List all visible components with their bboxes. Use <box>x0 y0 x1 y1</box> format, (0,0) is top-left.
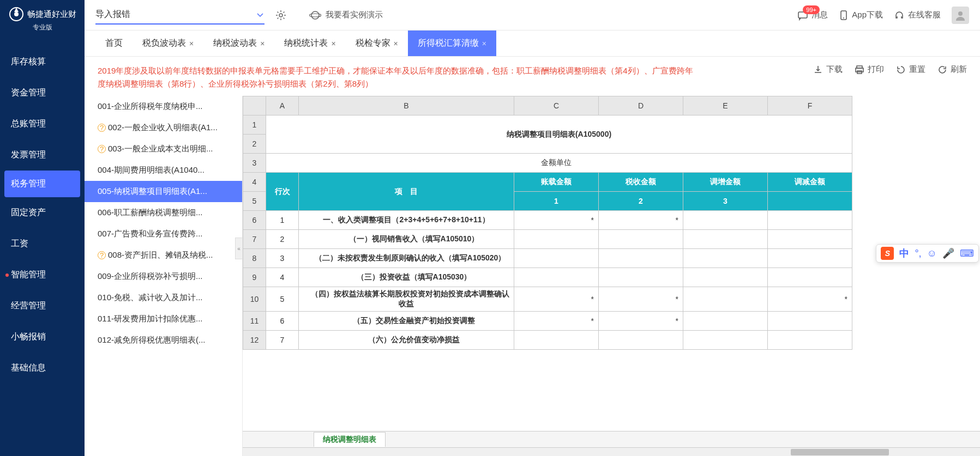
cell[interactable] <box>514 331 599 350</box>
cell[interactable] <box>768 268 852 287</box>
cell[interactable] <box>768 211 852 230</box>
cell[interactable] <box>768 230 852 249</box>
row-header[interactable]: 3 <box>243 154 266 173</box>
tab[interactable]: 纳税统计表× <box>274 31 345 56</box>
tab[interactable]: 税检专家× <box>346 31 408 56</box>
col-header[interactable]: E <box>683 96 768 115</box>
ime-keyboard-icon[interactable]: ⌨ <box>960 247 974 259</box>
tree-item[interactable]: 010-免税、减计收入及加计... <box>85 287 242 308</box>
app-download-button[interactable]: App下载 <box>839 10 883 21</box>
row-header[interactable]: 10 <box>243 287 266 312</box>
row-header[interactable]: 1 <box>243 115 266 135</box>
nav-item[interactable]: 工资 <box>0 228 85 259</box>
ime-punct-icon[interactable]: °, <box>915 248 921 259</box>
gear-icon[interactable] <box>275 10 286 21</box>
tab[interactable]: 首页 <box>95 31 133 56</box>
tree-item[interactable]: ?008-资产折旧、摊销及纳税... <box>85 245 242 266</box>
cell[interactable]: （二）未按权责发生制原则确认的收入（填写A105020） <box>299 249 514 268</box>
demo-link[interactable]: 我要看实例演示 <box>309 9 383 21</box>
tab[interactable]: 税负波动表× <box>133 31 203 56</box>
ime-toolbar[interactable]: S 中 °, ☺ 🎤 ⌨ <box>876 244 979 263</box>
cell[interactable]: * <box>599 287 683 312</box>
cell[interactable] <box>683 312 768 331</box>
messages-button[interactable]: 99+ 消息 <box>797 10 828 21</box>
tree-item[interactable]: 007-广告费和业务宣传费跨... <box>85 223 242 245</box>
row-header[interactable]: 7 <box>243 230 266 249</box>
cell[interactable] <box>514 249 599 268</box>
nav-item[interactable]: 小畅报销 <box>0 321 85 352</box>
cell[interactable]: 6 <box>266 312 299 331</box>
row-header[interactable]: 6 <box>243 211 266 230</box>
reset-button[interactable]: 重置 <box>896 64 925 75</box>
tree-item[interactable]: 012-减免所得税优惠明细表(... <box>85 330 242 351</box>
avatar[interactable] <box>952 7 969 24</box>
nav-item[interactable]: 库存核算 <box>0 46 85 77</box>
cell[interactable] <box>683 287 768 312</box>
cell[interactable] <box>683 268 768 287</box>
cell[interactable]: 2 <box>266 230 299 249</box>
nav-item[interactable]: 资金管理 <box>0 77 85 108</box>
refresh-button[interactable]: 刷新 <box>937 64 967 75</box>
row-header[interactable]: 8 <box>243 249 266 268</box>
tab[interactable]: 纳税波动表× <box>203 31 274 56</box>
nav-item[interactable]: 基础信息 <box>0 352 85 384</box>
cell[interactable]: （五）交易性金融资产初始投资调整 <box>299 312 514 331</box>
cell[interactable] <box>768 312 852 331</box>
row-header[interactable]: 2 <box>243 135 266 154</box>
cell[interactable]: （一）视同销售收入（填写A105010） <box>299 230 514 249</box>
cell[interactable]: （六）公允价值变动净损益 <box>299 331 514 350</box>
tree-item[interactable]: 004-期间费用明细表(A1040... <box>85 160 242 181</box>
cell[interactable] <box>514 230 599 249</box>
cell[interactable] <box>683 331 768 350</box>
tree-item[interactable]: 011-研发费用加计扣除优惠... <box>85 308 242 330</box>
ime-emoji-icon[interactable]: ☺ <box>927 248 937 259</box>
close-icon[interactable]: × <box>394 39 398 48</box>
nav-item[interactable]: 固定资产 <box>0 197 85 228</box>
print-button[interactable]: 打印 <box>855 64 884 75</box>
col-header[interactable]: A <box>266 96 299 115</box>
cell[interactable]: * <box>599 211 683 230</box>
support-button[interactable]: 在线客服 <box>894 10 941 21</box>
cell[interactable] <box>683 211 768 230</box>
cell[interactable]: * <box>599 312 683 331</box>
cell[interactable]: （三）投资收益（填写A105030） <box>299 268 514 287</box>
scrollbar-thumb[interactable] <box>791 449 889 455</box>
cell[interactable] <box>599 230 683 249</box>
col-header[interactable]: B <box>299 96 514 115</box>
cell[interactable] <box>599 268 683 287</box>
cell[interactable] <box>599 249 683 268</box>
cell[interactable] <box>768 249 852 268</box>
nav-item[interactable]: 智能管理 <box>0 259 85 290</box>
cell[interactable]: 一、收入类调整项目（2+3+4+5+6+7+8+10+11） <box>299 211 514 230</box>
cell[interactable]: 7 <box>266 331 299 350</box>
nav-item[interactable]: 发票管理 <box>0 139 85 171</box>
tree-item[interactable]: 006-职工薪酬纳税调整明细... <box>85 202 242 223</box>
col-header[interactable]: D <box>599 96 683 115</box>
nav-item[interactable]: 总账管理 <box>0 108 85 139</box>
cell[interactable] <box>683 230 768 249</box>
close-icon[interactable]: × <box>260 39 264 48</box>
tree-item[interactable]: ?003-一般企业成本支出明细... <box>85 138 242 160</box>
tree-item[interactable]: 001-企业所得税年度纳税申... <box>85 96 242 117</box>
nav-item[interactable]: 经营管理 <box>0 290 85 321</box>
cell[interactable] <box>768 331 852 350</box>
cell[interactable]: * <box>514 287 599 312</box>
download-button[interactable]: 下载 <box>813 64 843 75</box>
tab[interactable]: 所得税汇算清缴× <box>408 31 496 56</box>
cell[interactable] <box>514 268 599 287</box>
cell[interactable] <box>599 331 683 350</box>
tree-item[interactable]: 009-企业所得税弥补亏损明... <box>85 266 242 287</box>
cell[interactable]: 5 <box>266 287 299 312</box>
sheet-tab[interactable]: 纳税调整明细表 <box>314 432 386 447</box>
collapse-handle[interactable]: « <box>235 238 243 259</box>
import-dropdown[interactable]: 导入报错 <box>95 5 264 25</box>
cell[interactable]: 4 <box>266 268 299 287</box>
cell[interactable]: 3 <box>266 249 299 268</box>
spreadsheet[interactable]: ABCDEF1纳税调整项目明细表(A105000)23金额单位4行次项 目账载金… <box>243 96 980 431</box>
tree-item[interactable]: 005-纳税调整项目明细表(A1... <box>85 181 242 202</box>
col-header[interactable]: C <box>514 96 599 115</box>
close-icon[interactable]: × <box>189 39 194 48</box>
ime-mic-icon[interactable]: 🎤 <box>942 247 954 259</box>
tree-item[interactable]: ?002-一般企业收入明细表(A1... <box>85 117 242 138</box>
row-header[interactable]: 11 <box>243 312 266 331</box>
